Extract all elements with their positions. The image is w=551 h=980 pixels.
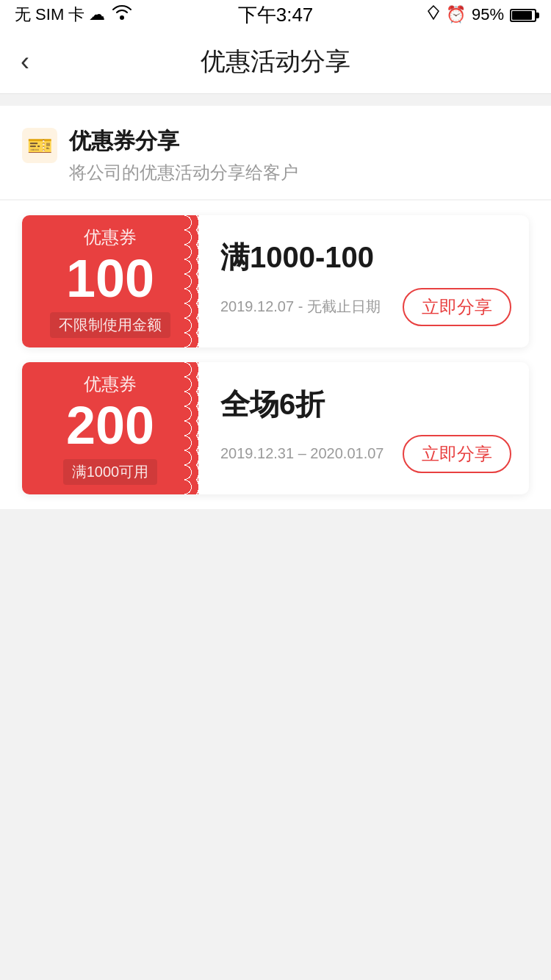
- section-title: 优惠券分享: [69, 126, 298, 156]
- alarm-icon: ⏰: [446, 5, 466, 24]
- coupon-card-2: 优惠券 200 满1000可用 全场6折 2019.12.31 – 2020.0…: [22, 362, 529, 494]
- battery-percent: 95%: [472, 5, 504, 24]
- nav-bar: ‹ 优惠活动分享: [0, 29, 551, 94]
- coupon-amount-1: 100: [66, 252, 154, 305]
- section-header: 🎫 优惠券分享 将公司的优惠活动分享给客户: [0, 106, 551, 199]
- bottom-area: [0, 509, 551, 920]
- location-icon: [427, 5, 440, 24]
- section-desc: 将公司的优惠活动分享给客户: [69, 161, 298, 184]
- coupon-left-1: 优惠券 100 不限制使用金额: [22, 215, 198, 347]
- coupon-date-1: 2019.12.07 - 无截止日期: [220, 297, 394, 317]
- coupon-card-1: 优惠券 100 不限制使用金额 满1000-100 2019.12.07 - 无…: [22, 215, 529, 347]
- status-right: ⏰ 95%: [427, 5, 536, 24]
- coupon-right-2: 全场6折 2019.12.31 – 2020.01.07 立即分享: [198, 362, 529, 494]
- coupon-type-1: 优惠券: [84, 226, 137, 249]
- status-time: 下午3:47: [238, 2, 314, 28]
- coupon-type-2: 优惠券: [84, 372, 137, 396]
- coupon-name-2: 全场6折: [220, 384, 511, 425]
- share-button-1[interactable]: 立即分享: [403, 288, 511, 326]
- coupon-meta-1: 2019.12.07 - 无截止日期 立即分享: [220, 288, 511, 326]
- coupon-list: 优惠券 100 不限制使用金额 满1000-100 2019.12.07 - 无…: [0, 201, 551, 509]
- coupon-right-1: 满1000-100 2019.12.07 - 无截止日期 立即分享: [198, 215, 529, 347]
- wifi-icon: [112, 5, 132, 24]
- coupon-meta-2: 2019.12.31 – 2020.01.07 立即分享: [220, 435, 511, 473]
- battery-icon: [510, 5, 536, 24]
- coupon-date-2: 2019.12.31 – 2020.01.07: [220, 445, 394, 462]
- coupon-condition-1: 不限制使用金额: [50, 312, 170, 338]
- coupon-condition-2: 满1000可用: [63, 459, 158, 485]
- coupon-left-2: 优惠券 200 满1000可用: [22, 362, 198, 494]
- section-text: 优惠券分享 将公司的优惠活动分享给客户: [69, 126, 298, 184]
- page-title: 优惠活动分享: [201, 45, 350, 79]
- coupon-icon: 🎫: [22, 128, 57, 163]
- share-button-2[interactable]: 立即分享: [403, 435, 511, 473]
- no-sim-label: 无 SIM 卡 ☁: [15, 4, 105, 26]
- status-left: 无 SIM 卡 ☁: [15, 4, 132, 26]
- back-button[interactable]: ‹: [21, 46, 29, 77]
- coupon-name-1: 满1000-100: [220, 237, 511, 278]
- coupon-amount-2: 200: [66, 399, 154, 452]
- status-bar: 无 SIM 卡 ☁ 下午3:47 ⏰ 95%: [0, 0, 551, 29]
